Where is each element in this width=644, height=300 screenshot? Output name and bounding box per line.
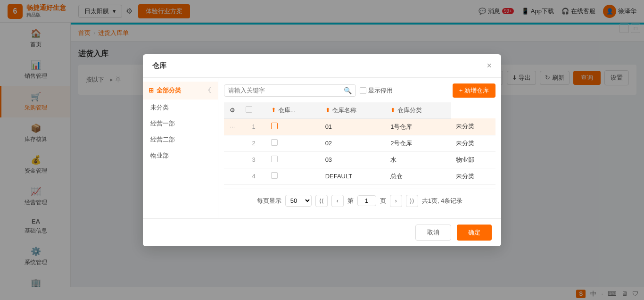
category-all-header[interactable]: ⊞ 全部分类 《 [143,82,218,100]
row-num-cell-2: 3 [241,151,266,168]
total-label: 共1页, 4条记录 [422,197,463,205]
modal-close-button[interactable]: × [487,61,492,71]
row-num-cell-0: 1 [241,118,266,135]
row-code-cell-2: 03 [321,151,386,168]
row-gear-cell-0: ··· [224,118,241,135]
table-header-row: ⚙ ⬆ 仓库... ⬆ 仓库名称 ⬆ [224,102,495,119]
table-row[interactable]: ··· 1 01 1号仓库 未分类 [224,118,495,135]
table-panel: 🔍 显示停用 + 新增仓库 ⚙ ⬆ [218,78,501,218]
row-name-cell-0: 1号仓库 [386,118,451,135]
th-category: ⬆ 仓库分类 [386,102,451,119]
pagination-bar: 每页显示 50 20 100 ⟨⟨ ‹ 第 页 › ⟩⟩ 共1页, 4条记录 [224,189,495,213]
sort-name-icon: ⬆ [325,107,330,114]
next-page-button[interactable]: › [390,195,402,207]
table-row[interactable]: 3 03 水 物业部 [224,151,495,168]
row-name-cell-2: 水 [386,151,451,168]
collapse-button[interactable]: 《 [204,85,212,96]
modal-backdrop: 仓库 × ⊞ 全部分类 《 未分类 经营一部 [0,0,644,300]
prev-page-button[interactable]: ‹ [331,195,344,207]
row-checkbox-cell-0[interactable] [266,118,320,135]
grid-icon: ⊞ [149,87,154,94]
search-icon[interactable]: 🔍 [344,87,352,94]
search-box: 🔍 [224,84,356,97]
table-row[interactable]: 2 02 2号仓库 未分类 [224,135,495,151]
warehouse-table: ⚙ ⬆ 仓库... ⬆ 仓库名称 ⬆ [224,102,495,185]
row-code-cell-1: 02 [321,135,386,151]
page-label: 第 [347,197,354,205]
per-page-label: 每页显示 [257,197,281,205]
category-item-ops1[interactable]: 经营一部 [143,116,218,132]
checkbox-icon [360,87,366,94]
per-page-select[interactable]: 50 20 100 [285,195,312,207]
modal-body: ⊞ 全部分类 《 未分类 经营一部 经营二部 物业部 [143,78,501,218]
table-toolbar: 🔍 显示停用 + 新增仓库 [224,83,495,98]
search-input[interactable] [228,87,344,94]
confirm-button[interactable]: 确定 [457,225,492,241]
row-name-cell-3: 总仓 [386,168,451,184]
page-input[interactable] [357,195,376,206]
row-num-cell-1: 2 [241,135,266,151]
category-all-label: ⊞ 全部分类 [149,86,181,95]
row-checkbox-cell-1[interactable] [266,135,320,151]
th-name: ⬆ 仓库名称 [321,102,386,119]
row-category-cell-1: 未分类 [451,135,495,151]
add-warehouse-button[interactable]: + 新增仓库 [453,83,495,98]
row-num-cell-3: 4 [241,168,266,184]
row-checkbox-cell-2[interactable] [266,151,320,168]
show-disabled-label: 显示停用 [368,86,393,95]
row-category-cell-3: 未分类 [451,168,495,184]
row-gear-cell-1 [224,135,241,151]
row-code-cell-0: 01 [321,118,386,135]
show-disabled-checkbox[interactable]: 显示停用 [360,86,393,95]
modal-title: 仓库 [152,61,166,70]
row-code-cell-3: DEFAULT [321,168,386,184]
cancel-button[interactable]: 取消 [415,225,451,241]
header-checkbox[interactable] [246,106,252,113]
modal-footer: 取消 确定 [143,218,501,246]
row-category-cell-0: 未分类 [451,118,495,135]
th-code: ⬆ 仓库... [266,102,320,119]
th-check [241,102,266,119]
row-gear-cell-2 [224,151,241,168]
last-page-button[interactable]: ⟩⟩ [406,195,418,207]
row-category-cell-2: 物业部 [451,151,495,168]
row-name-cell-1: 2号仓库 [386,135,451,151]
row-checkbox-cell-3[interactable] [266,168,320,184]
category-item-unclassified[interactable]: 未分类 [143,100,218,116]
category-panel: ⊞ 全部分类 《 未分类 经营一部 经营二部 物业部 [143,78,218,218]
th-gear: ⚙ [224,102,241,119]
table-row[interactable]: 4 DEFAULT 总仓 未分类 [224,168,495,184]
category-item-ops2[interactable]: 经营二部 [143,132,218,148]
page-suffix: 页 [380,197,386,205]
first-page-button[interactable]: ⟨⟨ [315,195,328,207]
row-gear-cell-3 [224,168,241,184]
modal-header: 仓库 × [143,54,501,78]
sort-icon: ⬆ [271,107,276,114]
warehouse-modal: 仓库 × ⊞ 全部分类 《 未分类 经营一部 [143,54,501,246]
sort-cat-icon: ⬆ [390,107,396,114]
category-item-property[interactable]: 物业部 [143,148,218,164]
